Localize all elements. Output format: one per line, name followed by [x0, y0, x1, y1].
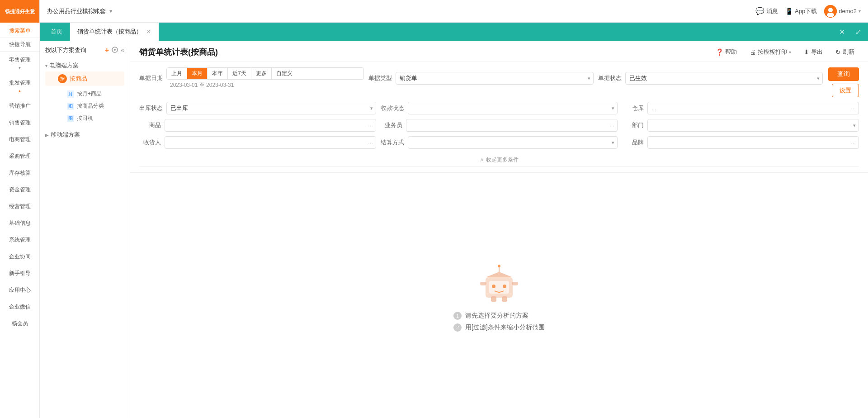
date-btn-this-year[interactable]: 本年 — [208, 68, 228, 79]
sidebar-item-member[interactable]: 畅会员 — [0, 315, 39, 332]
date-btn-this-month[interactable]: 本月 — [187, 68, 208, 79]
receiver-dots-icon: ··· — [368, 139, 373, 146]
sidebar-item-retail[interactable]: 零售管理 ▾ — [0, 52, 39, 75]
tip-text-2: 用[过滤]条件来缩小分析范围 — [465, 323, 545, 332]
goods-col: 商品 ··· — [139, 119, 376, 132]
sidebar-item-newbie[interactable]: 新手引导 — [0, 265, 39, 282]
date-btn-7days[interactable]: 近7天 — [228, 68, 251, 79]
mobile-scheme-header[interactable]: ▶ 移动端方案 — [40, 128, 130, 142]
sidebar-item-inventory[interactable]: 库存核算 — [0, 165, 39, 181]
dept-select[interactable]: ▾ — [647, 119, 859, 132]
goods-label: 商品 — [139, 121, 165, 129]
sidebar-item-purchase[interactable]: 采购管理 — [0, 148, 39, 165]
brand-input[interactable]: ··· — [647, 136, 859, 149]
date-btn-more[interactable]: 更多 — [251, 68, 272, 79]
payment-method-select[interactable]: ▾ — [408, 136, 618, 149]
template-print-label: 按模板打印 — [758, 48, 787, 56]
sidebar-item-enterprise[interactable]: 企业协同 — [0, 248, 39, 265]
sales-label: 销售管理 — [9, 119, 31, 127]
scheme-item-month-goods[interactable]: 月 按月+商品 — [63, 88, 124, 100]
payment-method-label: 结算方式 — [381, 138, 408, 147]
app-download-btn[interactable]: 📱 App下载 — [785, 7, 817, 15]
sidebar-item-finance[interactable]: 资金管理 — [0, 181, 39, 198]
warehouse-input[interactable]: ... ··· — [647, 102, 859, 114]
tab-sales-stats[interactable]: 销货单统计表（按商品） ✕ — [70, 23, 159, 41]
svg-point-2 — [827, 13, 834, 17]
wholesale-label: 批发管理 — [9, 79, 31, 87]
logo-text: 畅捷通好生意 — [5, 8, 35, 14]
sidebar-item-sales[interactable]: 销售管理 — [0, 114, 39, 131]
empty-tips: 1 请先选择要分析的方案 2 用[过滤]条件来缩小分析范围 — [453, 312, 545, 332]
wechat-label: 企业微信 — [9, 303, 31, 311]
industry-dropdown-icon[interactable]: ▾ — [109, 8, 113, 14]
date-btn-custom[interactable]: 自定义 — [272, 68, 297, 79]
sidebar-item-basics[interactable]: 基础信息 — [0, 215, 39, 232]
query-btn[interactable]: 查询 — [828, 67, 859, 81]
system-label: 系统管理 — [9, 236, 31, 244]
payment-status-select[interactable]: ▾ — [408, 102, 618, 114]
marketing-label: 营销推广 — [9, 102, 31, 110]
sidebar-item-wechat[interactable]: 企业微信 — [0, 299, 39, 315]
tab-close-icon[interactable]: ✕ — [146, 28, 151, 35]
tab-maximize-btn[interactable]: ⤢ — [852, 25, 864, 38]
help-btn[interactable]: ❓ 帮助 — [711, 46, 741, 58]
scheme-item-by-goods-label: 按商品 — [70, 75, 87, 83]
help-icon: ❓ — [716, 48, 723, 56]
sidebar-item-system[interactable]: 系统管理 — [0, 232, 39, 248]
tab-window-close-btn[interactable]: ✕ — [835, 25, 848, 38]
scheme-item-driver[interactable]: 图 按司机 — [63, 112, 124, 124]
user-menu[interactable]: demo2 ▾ — [824, 5, 861, 18]
sidebar-item-ecommerce[interactable]: 电商管理 — [0, 131, 39, 148]
scheme-item-by-goods[interactable]: 按 按商品 — [45, 71, 124, 86]
edit-scheme-icon[interactable] — [112, 47, 118, 54]
salesman-input[interactable]: ··· — [406, 119, 618, 132]
date-range-text: 2023-03-01 至 2023-03-31 — [170, 81, 364, 89]
doc-type-value: 销货单 — [400, 74, 417, 82]
sidebar-item-marketing[interactable]: 营销推广 — [0, 98, 39, 114]
payment-status-col: 收款状态 ▾ — [381, 102, 618, 114]
collapse-panel-icon[interactable]: « — [121, 47, 124, 54]
tab-sales-stats-label: 销货单统计表（按商品） — [77, 28, 142, 36]
receiver-input[interactable]: ··· — [165, 136, 376, 149]
filter-area: 单据日期 上月 本月 本年 近7天 更多 自定义 20 — [130, 62, 868, 173]
tabbar: 首页 销货单统计表（按商品） ✕ ✕ ⤢ — [40, 23, 868, 41]
export-icon: ⬇ — [804, 48, 809, 56]
goods-input[interactable]: ··· — [165, 119, 376, 132]
template-print-btn[interactable]: 🖨 按模板打印 ▾ — [745, 46, 796, 58]
warehouse-col: 仓库 ... ··· — [622, 102, 859, 114]
scheme-item-month-goods-label: 按月+商品 — [77, 90, 102, 98]
pc-scheme-header[interactable]: ▾ 电脑端方案 — [45, 60, 124, 71]
collapse-filter-bar[interactable]: ∧ 收起更多条件 — [139, 153, 859, 167]
date-btn-last-month[interactable]: 上月 — [167, 68, 187, 79]
tab-home[interactable]: 首页 — [43, 23, 70, 41]
mobile-expand-icon: ▶ — [45, 133, 49, 138]
sidebar-item-wholesale[interactable]: 批发管理 ▴ — [0, 75, 39, 98]
doc-status-select[interactable]: 已生效 ▾ — [625, 72, 823, 85]
scheme-item-goods-category[interactable]: 图 按商品分类 — [63, 100, 124, 112]
export-btn[interactable]: ⬇ 导出 — [799, 46, 827, 58]
settings-btn[interactable]: 设置 — [832, 84, 859, 97]
payment-status-arrow-icon: ▾ — [612, 105, 614, 111]
quick-nav[interactable]: 快捷导航 — [0, 38, 39, 52]
right-panel: 销货单统计表(按商品) ❓ 帮助 🖨 按模板打印 ▾ ⬇ 导出 — [130, 41, 868, 418]
refresh-btn[interactable]: ↻ 刷新 — [831, 46, 859, 58]
enterprise-label: 企业协同 — [9, 253, 31, 261]
refresh-icon: ↻ — [835, 48, 841, 56]
sidebar-item-operations[interactable]: 经营管理 — [0, 198, 39, 215]
out-status-arrow-icon: ▾ — [370, 105, 373, 111]
category-icon: 图 — [67, 103, 74, 110]
message-btn[interactable]: 💬 消息 — [755, 7, 778, 15]
warehouse-label: 仓库 — [622, 104, 647, 112]
content-area: 按以下方案查询 + « ▾ 电脑端方案 按 按商品 — [40, 41, 868, 418]
out-status-select[interactable]: 已出库 ▾ — [166, 102, 376, 114]
dept-label: 部门 — [622, 121, 647, 129]
doc-type-select[interactable]: 销货单 ▾ — [396, 72, 593, 85]
scheme-item-driver-label: 按司机 — [77, 114, 93, 122]
doc-status-value: 已生效 — [629, 74, 647, 82]
add-scheme-icon[interactable]: + — [105, 46, 109, 54]
message-icon: 💬 — [755, 7, 764, 15]
search-menu[interactable]: 搜索菜单 — [0, 23, 39, 38]
query-buttons: 查询 设置 — [823, 67, 859, 97]
sidebar-item-appstore[interactable]: 应用中心 — [0, 282, 39, 299]
out-status-col: 出库状态 已出库 ▾ — [139, 102, 376, 114]
